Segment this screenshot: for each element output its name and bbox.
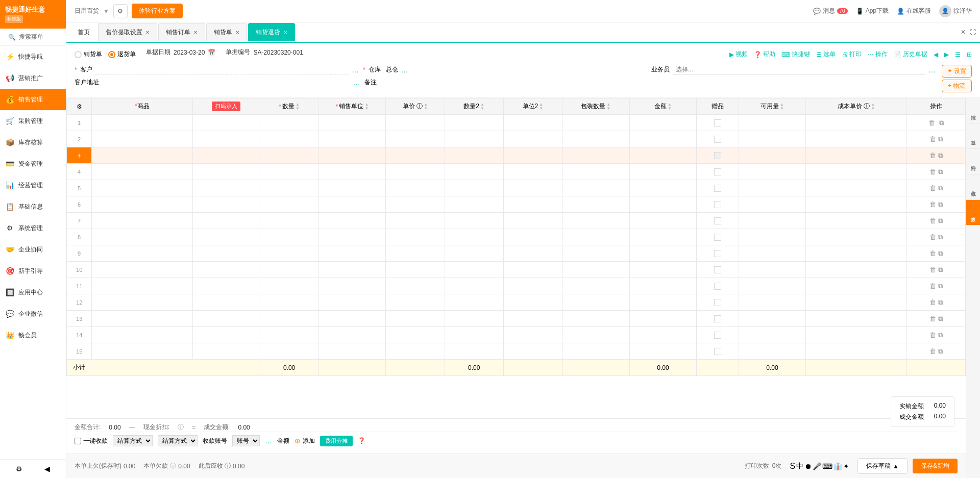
grid-view-icon[interactable]: ⊞ (967, 51, 972, 58)
radio-return[interactable]: 退货单 (108, 50, 136, 59)
gift-checkbox[interactable] (714, 217, 721, 224)
tab-close-icon[interactable]: ✕ (193, 30, 198, 35)
tab-close-icon[interactable]: ✕ (145, 30, 150, 35)
logistics-side-button[interactable]: + 物流 (942, 80, 972, 92)
delete-button[interactable]: 🗑 (929, 135, 936, 143)
right-panel-fav[interactable]: 收藏 (966, 174, 980, 200)
user-menu[interactable]: 👤 徐泽华 (939, 5, 972, 17)
save-new-button[interactable]: 保存&新增 (913, 459, 958, 473)
prev-icon[interactable]: ◀ (934, 51, 938, 58)
copy-button[interactable]: ⧉ (938, 249, 943, 257)
delete-button[interactable]: 🗑 (929, 347, 936, 355)
gift-checkbox[interactable] (714, 283, 721, 290)
gift-checkbox[interactable] (714, 299, 721, 306)
history-action[interactable]: 📄 历史单据 (894, 50, 927, 59)
close-tab-icon[interactable]: ✕ (961, 29, 966, 36)
tab-sales-order[interactable]: 销售订单 ✕ (158, 23, 205, 41)
account-select[interactable]: 账号 (232, 435, 260, 446)
sidebar-item-purchase[interactable]: 🛒 采购管理 (0, 110, 66, 132)
tool4-icon[interactable]: ⌨ (822, 462, 832, 470)
tool3-icon[interactable]: 🎤 (813, 462, 821, 470)
video-help[interactable]: ▶ 视频 (729, 50, 748, 59)
delete-button[interactable]: 🗑 (929, 152, 936, 159)
copy-button[interactable]: ⧉ (938, 152, 943, 159)
sidebar-item-inventory[interactable]: 📦 库存核算 (0, 132, 66, 153)
delete-button[interactable]: 🗑 (929, 200, 936, 208)
amount-cell[interactable] (629, 115, 697, 131)
scan-btn[interactable]: 扫码录入 (212, 102, 240, 111)
fee-help-icon[interactable]: ❓ (358, 437, 365, 444)
tab-sales-return[interactable]: 销货退货 ✕ (248, 23, 295, 41)
experience-button[interactable]: 体验行业方案 (132, 4, 183, 18)
online-support-button[interactable]: 👤 在线客服 (897, 7, 931, 15)
qty2-cell[interactable] (445, 115, 503, 131)
fee-split-button[interactable]: 费用分摊 (320, 436, 353, 446)
discount-help-icon[interactable]: ⓘ (178, 423, 184, 432)
copy-button[interactable]: ⧉ (938, 168, 943, 175)
gift-checkbox[interactable] (714, 266, 721, 273)
staff-input[interactable] (673, 65, 925, 74)
sidebar-item-marketing[interactable]: 📢 营销推广 (0, 67, 66, 89)
delete-button[interactable]: 🗑 (929, 315, 936, 322)
delete-button[interactable]: 🗑 (928, 119, 935, 127)
sidebar-item-operations[interactable]: 📊 经营管理 (0, 174, 66, 196)
delete-button[interactable]: 🗑 (929, 249, 936, 257)
delete-button[interactable]: 🗑 (929, 266, 936, 273)
select-action[interactable]: ☰ 选单 (816, 50, 836, 59)
unit-cell[interactable] (318, 115, 386, 131)
settings-side-button[interactable]: ✦ 设置 (942, 65, 972, 78)
product-cell[interactable] (92, 115, 192, 131)
avail-cell[interactable] (739, 115, 806, 131)
right-panel-more[interactable]: 更多 (966, 200, 980, 225)
gift-checkbox[interactable] (714, 234, 721, 241)
shortcut-action[interactable]: ⌨ 快捷键 (781, 50, 810, 59)
add-row-button[interactable]: + (74, 150, 84, 161)
gift-checkbox[interactable] (714, 152, 721, 159)
add-payment-icon[interactable]: ⊕ (295, 437, 301, 445)
tab-price-settings[interactable]: 售价提取设置 ✕ (98, 23, 157, 41)
copy-button[interactable]: ⧉ (938, 200, 943, 208)
sidebar-item-guide[interactable]: 🎯 新手引导 (0, 260, 66, 282)
customer-input[interactable] (95, 65, 349, 74)
list-view-icon[interactable]: ☰ (955, 51, 961, 58)
copy-button[interactable]: ⧉ (938, 331, 943, 339)
address-picker[interactable]: … (353, 79, 360, 87)
maximize-icon[interactable]: ⛶ (970, 29, 976, 36)
tab-close-icon[interactable]: ✕ (283, 30, 287, 35)
save-draft-button[interactable]: 保存草稿 ▲ (857, 458, 908, 474)
gift-checkbox[interactable] (714, 315, 721, 322)
gift-checkbox[interactable] (714, 332, 721, 339)
staff-picker[interactable]: … (928, 66, 936, 74)
sidebar-item-quick-nav[interactable]: ⚡ 快捷导航 (0, 46, 66, 67)
right-panel-approve[interactable]: 审批 (966, 98, 980, 123)
delete-button[interactable]: 🗑 (929, 282, 936, 290)
gift-checkbox[interactable] (714, 185, 721, 192)
copy-button[interactable]: ⧉ (939, 119, 944, 127)
copy-button[interactable]: ⧉ (938, 217, 943, 224)
delete-button[interactable]: 🗑 (929, 168, 936, 175)
copy-button[interactable]: ⧉ (938, 315, 943, 322)
settings-button[interactable]: ⚙ (113, 4, 128, 18)
sidebar-item-finance[interactable]: 💳 资金管理 (0, 153, 66, 174)
collapse-icon[interactable]: ◀ (44, 465, 50, 473)
cost-cell[interactable] (806, 115, 906, 131)
col-scan[interactable]: 扫码录入 (192, 98, 260, 115)
address-input[interactable] (102, 78, 350, 87)
col-gear[interactable]: ⚙ (67, 98, 92, 115)
delete-button[interactable]: 🗑 (929, 233, 936, 241)
print-action[interactable]: 🖨 打印 (842, 50, 862, 59)
help-action[interactable]: ❓ 帮助 (754, 50, 775, 59)
product-input[interactable] (94, 152, 190, 159)
product-cell[interactable] (92, 131, 192, 147)
right-panel-sign[interactable]: 签章 (966, 123, 980, 149)
customer-picker[interactable]: … (352, 66, 359, 74)
sidebar-item-system[interactable]: ⚙ 系统管理 (0, 217, 66, 239)
gift-checkbox[interactable] (714, 136, 721, 143)
next-icon[interactable]: ▶ (944, 51, 949, 58)
copy-button[interactable]: ⧉ (938, 266, 943, 273)
unit2-cell[interactable] (503, 115, 562, 131)
qty-cell[interactable] (260, 115, 318, 131)
right-panel-attach[interactable]: 附件 (966, 149, 980, 174)
copy-button[interactable]: ⧉ (938, 135, 943, 143)
radio-sale[interactable]: 销货单 (75, 50, 102, 59)
